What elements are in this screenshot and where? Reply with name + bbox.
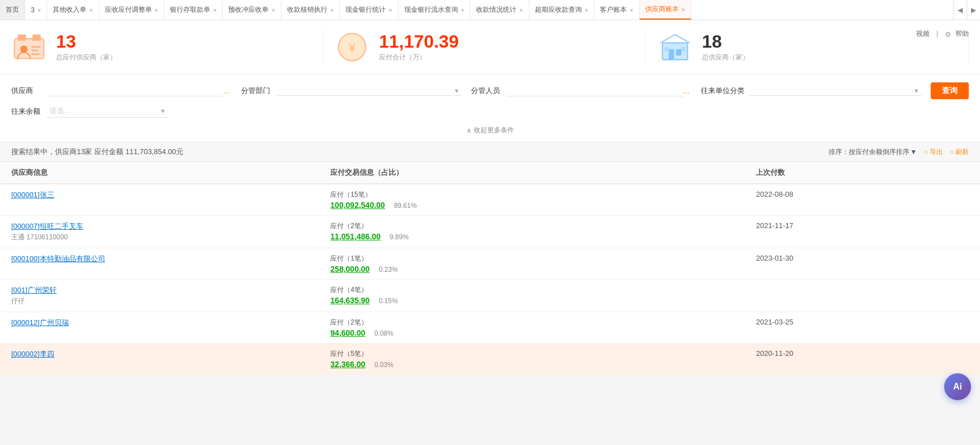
nav-tab-close-cash-bank-stat[interactable]: × xyxy=(389,7,392,13)
balance-select-text: 请选... xyxy=(49,106,160,116)
query-button[interactable]: 查询 xyxy=(931,82,969,99)
payable-amount-4[interactable]: 94,600.00 xyxy=(330,328,365,337)
payable-pct-4: 0.08% xyxy=(375,330,394,337)
filter-area: 供应商 ... 分管部门 ▼ 分管人员 ... 往来单位分类 ▼ 查询 xyxy=(0,75,980,142)
svg-rect-12 xyxy=(664,47,669,52)
filter-row-1: 供应商 ... 分管部门 ▼ 分管人员 ... 往来单位分类 ▼ 查询 xyxy=(11,82,969,99)
results-actions: 排序：按应付余额倒序排序 ▼ ○ 导出 ○ 刷新 xyxy=(829,147,969,157)
payable-row-1: 11,051,486.009.89% xyxy=(330,232,756,241)
supplier-input[interactable] xyxy=(47,85,223,96)
payable-amount-0[interactable]: 100,092,540.00 xyxy=(330,201,385,210)
table-row[interactable]: [000012]广州贝瑞应付（2笔）94,600.000.08%2021-03-… xyxy=(0,312,980,344)
refresh-icon: ○ xyxy=(950,148,954,156)
supplier-link-4[interactable]: [000012]广州贝瑞 xyxy=(11,318,69,327)
nav-tab-bank-deposit[interactable]: 银行存取款单× xyxy=(164,0,223,20)
stat-number-amount: 11,170.39 xyxy=(379,33,459,50)
refresh-button[interactable]: ○ 刷新 xyxy=(950,147,969,157)
stat-icon-store xyxy=(657,29,693,65)
nav-tab-close-advance-verify[interactable]: × xyxy=(271,7,275,13)
nav-tab-advance-verify[interactable]: 预收冲应收单× xyxy=(223,0,281,20)
lastpay-date-1: 2021-11-17 xyxy=(756,221,793,230)
nav-tab-tab3[interactable]: 3× xyxy=(25,0,47,20)
collapse-icon: ∧ xyxy=(466,127,471,135)
category-select[interactable]: ▼ xyxy=(749,86,922,96)
nav-tab-customer-account[interactable]: 客户账本× xyxy=(594,0,639,20)
payable-col-4: 应付（2笔）94,600.000.08% xyxy=(330,318,756,337)
sort-select[interactable]: 排序：按应付余额倒序排序 ▼ xyxy=(829,147,917,157)
table-row[interactable]: [000002]李四应付（5笔）32,366.000.03%2020-11-20 xyxy=(0,344,980,375)
filter-dept: 分管部门 ▼ xyxy=(241,86,462,96)
payable-row-0: 100,092,540.0089.61% xyxy=(330,201,756,210)
person-input[interactable] xyxy=(507,85,683,96)
nav-tab-close-collection-stat[interactable]: × xyxy=(519,7,523,13)
svg-text:¥: ¥ xyxy=(348,41,355,54)
lastpay-col-4: 2021-03-25 xyxy=(756,318,969,326)
nav-arrow-left[interactable]: ◀ xyxy=(953,0,967,20)
nav-tab-close-cash-bank-query[interactable]: × xyxy=(461,7,464,13)
payable-amount-2[interactable]: 258,000.00 xyxy=(330,265,369,274)
nav-tab-close-payment-exec[interactable]: × xyxy=(330,7,334,13)
balance-select[interactable]: 请选... ▼ xyxy=(47,105,168,118)
refresh-label: 刷新 xyxy=(955,147,969,157)
nav-arrow-right[interactable]: ▶ xyxy=(967,0,980,20)
table-row[interactable]: [000007]恒旺二手叉车王通 17106110000应付（2笔）11,051… xyxy=(0,216,980,248)
person-ellipsis[interactable]: ... xyxy=(683,86,690,95)
nav-tab-supplier-account[interactable]: 供应商账本× xyxy=(640,0,691,20)
help-link[interactable]: ⊙ xyxy=(945,30,951,38)
nav-tab-home[interactable]: 首页 xyxy=(0,0,25,20)
payable-row-3: 164,635.900.15% xyxy=(330,296,756,305)
payable-amount-1[interactable]: 11,051,486.00 xyxy=(330,232,381,241)
nav-tab-close-supplier-account[interactable]: × xyxy=(682,6,685,13)
payable-col-5: 应付（5笔）32,366.000.03% xyxy=(330,349,756,369)
video-link[interactable]: 视频 xyxy=(916,29,930,39)
nav-tab-collection-stat[interactable]: 收款情况统计× xyxy=(470,0,529,20)
payable-pct-1: 9.89% xyxy=(390,233,409,241)
filter-supplier: 供应商 ... xyxy=(11,85,232,96)
nav-tab-cash-bank-query[interactable]: 现金银行流水查询× xyxy=(399,0,470,20)
stat-block-suppliers: 13 总应付供应商（家） xyxy=(11,29,323,65)
stat-number-total: 18 xyxy=(702,33,749,50)
nav-tab-cash-bank-stat[interactable]: 现金银行统计× xyxy=(340,0,398,20)
payable-label-4: 应付（2笔） xyxy=(330,318,756,327)
dept-select[interactable]: ▼ xyxy=(277,86,462,96)
nav-tab-close-other-income[interactable]: × xyxy=(89,7,93,13)
table-row[interactable]: [000001]张三应付（15笔）100,092,540.0089.61%202… xyxy=(0,184,980,216)
nav-tab-close-tab3[interactable]: × xyxy=(38,7,41,13)
supplier-link-1[interactable]: [000007]恒旺二手叉车 xyxy=(11,222,84,230)
col-header-lastpay: 上次付数 xyxy=(756,168,969,178)
nav-tab-label-tab3: 3 xyxy=(31,6,35,14)
sort-arrow-icon: ▼ xyxy=(910,148,917,156)
supplier-link-0[interactable]: [000001]张三 xyxy=(11,191,54,199)
lastpay-date-2: 2023-01-30 xyxy=(756,254,793,262)
export-button[interactable]: ○ 导出 xyxy=(924,147,943,157)
nav-tab-close-ap-adjust[interactable]: × xyxy=(155,7,158,13)
supplier-link-2[interactable]: [000100]本特勤油品有限公司 xyxy=(11,254,105,263)
collapse-row[interactable]: ∧ 收起更多条件 xyxy=(11,123,969,136)
lastpay-col-2: 2023-01-30 xyxy=(756,254,969,262)
table-body: [000001]张三应付（15笔）100,092,540.0089.61%202… xyxy=(0,184,980,375)
nav-tab-ap-adjust[interactable]: 应收应付调整单× xyxy=(99,0,164,20)
supplier-link-5[interactable]: [000002]李四 xyxy=(11,350,54,358)
payable-label-1: 应付（2笔） xyxy=(330,221,756,231)
top-right-links: 视频 ｜ ⊙ 帮助 xyxy=(916,29,969,39)
nav-tab-payment-exec[interactable]: 收款核销执行× xyxy=(281,0,340,20)
help-text[interactable]: 帮助 xyxy=(955,29,969,39)
nav-tab-label-cash-bank-stat: 现金银行统计 xyxy=(345,5,386,15)
nav-tab-close-overdue-query[interactable]: × xyxy=(585,7,588,13)
nav-tab-close-bank-deposit[interactable]: × xyxy=(213,7,216,13)
person-label: 分管人员 xyxy=(471,86,502,96)
nav-tab-overdue-query[interactable]: 超期应收款查询× xyxy=(529,0,594,20)
nav-tab-other-income[interactable]: 其他收入单× xyxy=(47,0,99,20)
filter-row-2: 往来余额 请选... ▼ xyxy=(11,105,969,118)
table-row[interactable]: [000100]本特勤油品有限公司应付（1笔）258,000.000.23%20… xyxy=(0,248,980,280)
supplier-sub-3: 仔仔 xyxy=(11,296,330,306)
svg-rect-4 xyxy=(31,46,41,48)
payable-amount-3[interactable]: 164,635.90 xyxy=(330,296,369,305)
table-row[interactable]: [001]广州荣轩仔仔应付（4笔）164,635.900.15% xyxy=(0,280,980,312)
payable-amount-5[interactable]: 32,366.00 xyxy=(330,360,365,369)
supplier-link-3[interactable]: [001]广州荣轩 xyxy=(11,286,57,294)
svg-rect-6 xyxy=(31,53,40,55)
supplier-ellipsis[interactable]: ... xyxy=(223,86,230,95)
payable-pct-0: 89.61% xyxy=(394,202,417,210)
nav-tab-close-customer-account[interactable]: × xyxy=(630,7,633,13)
